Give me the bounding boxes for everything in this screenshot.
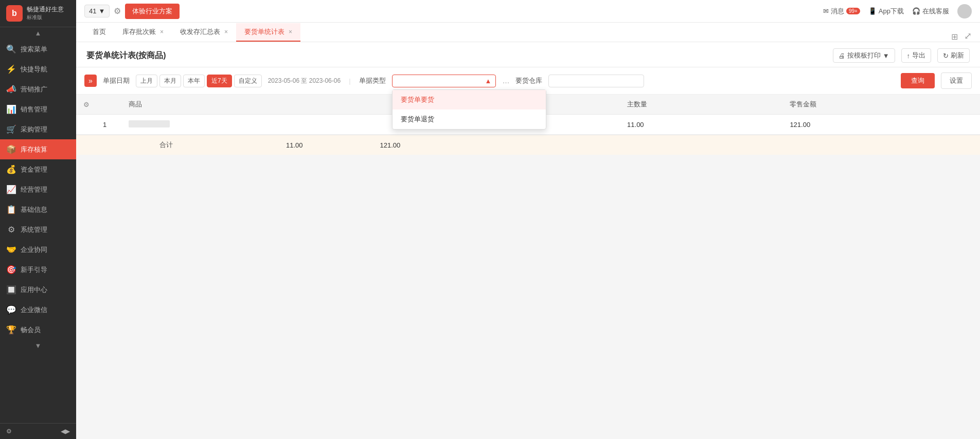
query-btn[interactable]: 查询 (901, 73, 935, 88)
col-product: 商品 (122, 95, 391, 115)
messages-label: 消息 (831, 7, 844, 16)
sidebar-item-enterprise[interactable]: 🤝 企业协同 (0, 240, 76, 260)
warehouse-filter-input[interactable] (548, 75, 644, 87)
user-avatar[interactable] (957, 4, 972, 19)
settings-gear-icon[interactable]: ⚙ (6, 428, 12, 435)
sidebar-item-enterprise-label: 企业协同 (21, 245, 47, 254)
expand-icon: » (88, 77, 93, 85)
summary-quantity: 11.00 (286, 141, 303, 149)
sidebar-item-app-center-label: 应用中心 (21, 285, 47, 295)
topbar-left: 41 ▼ ⚙ 体验行业方案 (84, 4, 180, 19)
sidebar-item-member-label: 畅会员 (21, 325, 41, 335)
date-btn-this-year[interactable]: 本年 (183, 75, 205, 87)
summary-row: 合计 11.00 121.00 (76, 135, 980, 155)
tabs-fullscreen-btn[interactable]: ⤢ (964, 30, 972, 42)
col-settings[interactable]: ⚙ (76, 95, 97, 115)
sidebar-item-guide-label: 新手引导 (21, 265, 47, 275)
sidebar-item-member[interactable]: 🏆 畅会员 (0, 320, 76, 340)
system-icon: ⚙ (6, 225, 16, 234)
sidebar-item-quick-nav[interactable]: ⚡ 快捷导航 (0, 59, 76, 79)
app-download-icon: 📱 (868, 7, 877, 15)
dropdown-option-0[interactable]: 要货单要货 (393, 90, 546, 109)
sidebar-item-wechat-label: 企业微信 (21, 305, 47, 315)
sidebar-item-marketing-label: 营销推广 (21, 85, 47, 94)
app-download-action[interactable]: 📱 App下载 (868, 7, 904, 16)
tabs-bar: 首页 库存批次账 × 收发存汇总表 × 要货单统计表 × ⊞ ⤢ (76, 23, 980, 42)
tabs-expand-btn[interactable]: ⊞ (947, 32, 962, 42)
sidebar-item-system-label: 系统管理 (21, 225, 47, 234)
sidebar-item-search[interactable]: 🔍 搜索菜单 (0, 39, 76, 59)
sidebar-item-app-center[interactable]: 🔲 应用中心 (0, 280, 76, 300)
tab-home-label: 首页 (93, 27, 106, 36)
member-icon: 🏆 (6, 325, 16, 335)
store-chevron-icon: ▼ (98, 7, 105, 15)
date-btn-this-month[interactable]: 本月 (159, 75, 181, 87)
sidebar-item-inventory[interactable]: 📦 库存核算 (0, 139, 76, 159)
print-btn-label: 按模板打印 (847, 51, 881, 60)
topbar-settings-icon[interactable]: ⚙ (114, 6, 121, 16)
filter-expand-btn[interactable]: » (84, 75, 97, 87)
sidebar-nav: ▲ 🔍 搜索菜单 ⚡ 快捷导航 📣 营销推广 📊 销售管理 🛒 采购管理 📦 库… (0, 27, 76, 423)
sidebar-item-quick-nav-label: 快捷导航 (21, 65, 47, 74)
trial-btn[interactable]: 体验行业方案 (125, 4, 180, 19)
page-content: 要货单统计表(按商品) 🖨 按模板打印 ▼ ↑ 导出 ↻ 刷新 (76, 42, 980, 439)
purchase-icon: 🛒 (6, 124, 16, 134)
date-btn-last-month[interactable]: 上月 (136, 75, 157, 87)
sidebar-item-search-label: 搜索菜单 (21, 45, 47, 54)
export-btn[interactable]: ↑ 导出 (901, 48, 932, 63)
date-btn-7days[interactable]: 近7天 (207, 75, 232, 87)
tab-inventory-batch-close[interactable]: × (160, 28, 164, 35)
col-quantity: 主数量 (621, 95, 783, 115)
settings-btn[interactable]: 设置 (941, 72, 972, 89)
row-product-cell (122, 115, 391, 135)
messages-action[interactable]: ✉ 消息 99+ (823, 7, 860, 16)
refresh-btn[interactable]: ↻ 刷新 (937, 48, 970, 63)
online-service-action[interactable]: 🎧 在线客服 (912, 7, 949, 16)
row-settings-cell (76, 115, 97, 135)
print-chevron-icon: ▼ (883, 52, 889, 60)
page-title: 要货单统计表(按商品) (86, 50, 166, 61)
product-name-placeholder (129, 120, 170, 127)
sidebar-item-system[interactable]: ⚙ 系统管理 (0, 220, 76, 240)
app-download-label: App下载 (879, 7, 904, 16)
row-amount-cell: 121.00 (783, 115, 980, 135)
sidebar-item-marketing[interactable]: 📣 营销推广 (0, 79, 76, 99)
type-dropdown-chevron-icon[interactable]: ▲ (485, 77, 492, 85)
dropdown-option-1[interactable]: 要货单退货 (393, 109, 546, 129)
online-service-label: 在线客服 (922, 7, 949, 16)
sidebar-item-purchase[interactable]: 🛒 采购管理 (0, 119, 76, 139)
tab-receive-summary[interactable]: 收发存汇总表 × (172, 23, 236, 42)
filter-more-icon[interactable]: … (502, 77, 509, 85)
company-name: 畅捷通好生意 (27, 6, 64, 14)
store-selector[interactable]: 41 ▼ (84, 5, 110, 17)
print-btn[interactable]: 🖨 按模板打印 ▼ (833, 48, 895, 63)
sidebar-logo: b 畅捷通好生意 标准版 (0, 0, 76, 27)
basic-info-icon: 📋 (6, 205, 16, 214)
wechat-icon: 💬 (6, 305, 16, 315)
sidebar-item-operations[interactable]: 📈 经营管理 (0, 179, 76, 199)
scroll-down-btn[interactable]: ▼ (0, 340, 76, 352)
tab-receive-summary-close[interactable]: × (224, 28, 228, 35)
sidebar-collapse-btn[interactable]: ◀▶ (61, 428, 70, 435)
topbar-right: ✉ 消息 99+ 📱 App下载 🎧 在线客服 (823, 4, 972, 19)
tab-inventory-batch[interactable]: 库存批次账 × (114, 23, 172, 42)
sidebar-item-wechat[interactable]: 💬 企业微信 (0, 300, 76, 320)
tab-order-stats-label: 要货单统计表 (244, 27, 284, 36)
enterprise-icon: 🤝 (6, 245, 16, 254)
tab-order-stats[interactable]: 要货单统计表 × (236, 23, 300, 42)
sidebar-item-finance[interactable]: 💰 资金管理 (0, 159, 76, 179)
scroll-up-btn[interactable]: ▲ (0, 27, 76, 39)
printer-icon: 🖨 (839, 52, 845, 60)
type-dropdown-wrapper[interactable]: ▲ (392, 75, 496, 87)
sidebar-item-guide[interactable]: 🎯 新手引导 (0, 260, 76, 280)
type-dropdown-input[interactable] (397, 77, 483, 85)
sales-icon: 📊 (6, 104, 16, 114)
tab-order-stats-close[interactable]: × (289, 28, 292, 35)
sidebar-item-basic-info-label: 基础信息 (21, 205, 47, 214)
date-btn-custom[interactable]: 自定义 (234, 75, 262, 87)
operations-icon: 📈 (6, 185, 16, 194)
sidebar-item-sales[interactable]: 📊 销售管理 (0, 99, 76, 119)
sidebar-item-basic-info[interactable]: 📋 基础信息 (0, 199, 76, 220)
tab-home[interactable]: 首页 (84, 23, 114, 42)
headset-icon: 🎧 (912, 7, 920, 15)
